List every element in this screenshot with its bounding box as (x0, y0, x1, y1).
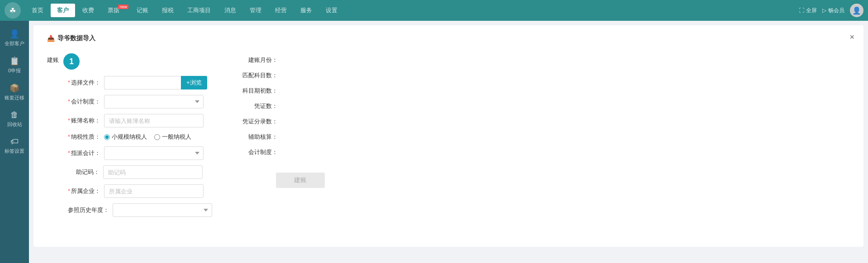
history-year-label: 参照历史年度： (68, 206, 109, 214)
tag-icon: 🏷 (10, 137, 19, 146)
customers-icon: 👤 (9, 29, 19, 39)
file-label: *选择文件： (68, 79, 100, 87)
file-select-row: *选择文件： +浏览 (68, 76, 219, 89)
book-name-row: *账簿名称： (68, 114, 219, 127)
user-avatar[interactable]: 👤 (850, 4, 863, 17)
nav-messages[interactable]: 消息 (218, 4, 242, 17)
tax-small-label: 小规模纳税人 (112, 133, 147, 141)
required-mark3: * (68, 117, 70, 124)
logo-icon: ☘ (9, 6, 16, 15)
sidebar-item-all-customers[interactable]: 👤 全部客户 (2, 25, 27, 51)
tax-small-radio[interactable] (104, 134, 110, 140)
sidebar: 👤 全部客户 📋 0申报 📦 账套迁移 🗑 回收站 🏷 标签设置 (0, 21, 29, 263)
auxiliary-calc-row: 辅助核算： (237, 133, 364, 141)
card-title-icon: 📥 (47, 35, 55, 42)
tax-type-row: *纳税性质： 小规模纳税人 一般纳税人 (68, 133, 219, 141)
sidebar-label-account-migration: 账套迁移 (5, 94, 24, 101)
account-system-label: *会计制度： (68, 98, 100, 106)
assign-accountant-select[interactable] (104, 146, 204, 160)
migration-icon: 📦 (9, 83, 19, 93)
sidebar-label-tag-settings: 标签设置 (5, 148, 24, 155)
tax-small-option[interactable]: 小规模纳税人 (104, 133, 147, 141)
browse-button[interactable]: +浏览 (181, 76, 207, 89)
history-year-select[interactable] (113, 203, 212, 217)
form-right-panel: 建账月份： 匹配科目数： 科目期初数： 凭证数： (237, 52, 364, 217)
nav-tax[interactable]: 报税 (156, 4, 180, 17)
tax-general-radio[interactable] (154, 134, 160, 140)
nav-services[interactable]: 服务 (294, 4, 318, 17)
voucher-count-label: 凭证数： (237, 102, 278, 110)
main-content-area: 📥 导爷数据导入 × 建账 1 *选择文件： (29, 21, 868, 263)
nav-business[interactable]: 工商项目 (181, 4, 217, 17)
assign-accountant-label: *指派会计： (68, 149, 100, 157)
right-account-system-row: 会计制度： (237, 148, 364, 156)
top-navigation: ☘ 首页 客户 收费 票据 new 记账 报税 工商项目 消息 管理 经营 服务… (0, 0, 868, 21)
subject-initial-label: 科目期初数： (237, 87, 278, 95)
account-system-row: *会计制度： (68, 95, 219, 108)
nav-bookkeeping[interactable]: 记账 (130, 4, 155, 17)
nav-right-area: ⛶ 全屏 ▷ 畅会员 👤 (799, 4, 863, 17)
build-account-button[interactable]: 建账 (276, 173, 325, 188)
nav-operations[interactable]: 经营 (269, 4, 293, 17)
file-input-wrapper: +浏览 (104, 76, 207, 89)
card-header: 📥 导爷数据导入 (47, 34, 850, 42)
memo-code-label: 助记码： (68, 168, 100, 176)
step-label: 建账 (47, 56, 59, 64)
required-mark4: * (68, 133, 70, 140)
nav-menu: 首页 客户 收费 票据 new 记账 报税 工商项目 消息 管理 经营 服务 设… (25, 4, 799, 17)
nav-management[interactable]: 管理 (243, 4, 268, 17)
form-left: 建账 1 *选择文件： +浏览 (47, 52, 219, 217)
tax-general-option[interactable]: 一般纳税人 (154, 133, 191, 141)
required-mark5: * (68, 150, 70, 156)
build-month-row: 建账月份： (237, 56, 364, 64)
nav-fees[interactable]: 收费 (76, 4, 100, 17)
step-circle: 1 (63, 53, 80, 70)
match-subjects-label: 匹配科目数： (237, 71, 278, 80)
sidebar-item-recycle[interactable]: 🗑 回收站 (2, 107, 27, 132)
account-system-select[interactable] (104, 95, 204, 108)
book-name-label: *账簿名称： (68, 117, 100, 125)
file-input[interactable] (104, 76, 181, 89)
tax-type-radio-group: 小规模纳税人 一般纳税人 (104, 133, 191, 141)
step-indicator: 建账 1 (47, 52, 219, 70)
book-name-input[interactable] (104, 114, 204, 127)
sidebar-item-zero-declaration[interactable]: 📋 0申报 (2, 52, 27, 78)
subject-initial-row: 科目期初数： (237, 87, 364, 95)
sidebar-label-recycle: 回收站 (7, 121, 22, 128)
sidebar-item-account-migration[interactable]: 📦 账套迁移 (2, 80, 27, 105)
nav-invoices[interactable]: 票据 new (101, 4, 129, 17)
memo-code-input[interactable] (103, 165, 203, 179)
company-input[interactable] (104, 184, 204, 198)
form-section: *选择文件： +浏览 *会计制度： (68, 76, 219, 217)
nav-settings[interactable]: 设置 (319, 4, 344, 17)
nav-customers[interactable]: 客户 (51, 4, 75, 17)
nav-home[interactable]: 首页 (25, 4, 50, 17)
required-mark: * (68, 79, 70, 86)
avatar-icon: 👤 (852, 6, 861, 15)
close-button[interactable]: × (849, 33, 854, 42)
company-row: *所属企业： (68, 184, 219, 198)
voucher-count-row: 凭证数： (237, 102, 364, 110)
tax-type-label: *纳税性质： (68, 133, 100, 141)
voucher-entries-row: 凭证分录数： (237, 117, 364, 126)
declaration-icon: 📋 (9, 56, 19, 66)
card-title: 导爷数据导入 (57, 34, 95, 42)
member-button[interactable]: ▷ 畅会员 (822, 7, 844, 14)
import-card: 📥 导爷数据导入 × 建账 1 *选择文件： (33, 25, 863, 247)
play-icon: ▷ (822, 7, 826, 14)
sidebar-label-zero-declaration: 0申报 (8, 67, 21, 74)
app-logo[interactable]: ☘ (5, 2, 21, 19)
assign-accountant-row: *指派会计： (68, 146, 219, 160)
form-container: 建账 1 *选择文件： +浏览 (47, 52, 850, 217)
sidebar-item-tag-settings[interactable]: 🏷 标签设置 (2, 133, 27, 158)
company-label: *所属企业： (68, 187, 100, 195)
trash-icon: 🗑 (10, 110, 19, 120)
fullscreen-button[interactable]: ⛶ 全屏 (799, 7, 817, 14)
voucher-entries-label: 凭证分录数： (237, 117, 278, 126)
required-mark2: * (68, 98, 70, 105)
auxiliary-calc-label: 辅助核算： (237, 133, 278, 141)
memo-code-row: 助记码： (68, 165, 219, 179)
history-year-row: 参照历史年度： (68, 203, 219, 217)
fullscreen-label: 全屏 (806, 7, 817, 14)
member-label: 畅会员 (828, 7, 844, 14)
